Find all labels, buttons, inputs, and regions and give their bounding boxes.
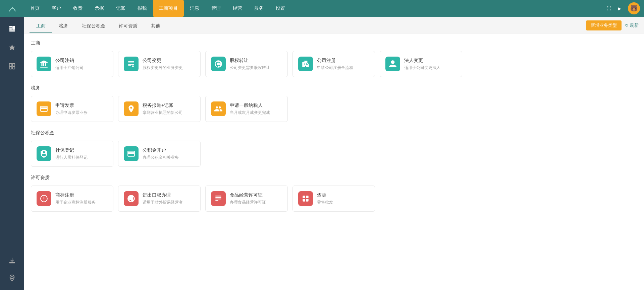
left-sidebar [0,17,24,290]
fullscreen-button[interactable]: ⛶ [607,6,612,11]
card-icon-酒类 [298,191,313,206]
card-desc-公司变更: 股权变更外的业务变更 [143,65,183,71]
card-申请一般纳税人[interactable]: 申请一般纳税人当月或次月成变更完成 [205,96,288,122]
card-icon-申请一般纳税人 [211,101,226,116]
svg-marker-5 [9,45,15,50]
card-text-食品经营许可证: 食品经营许可证办理食品经营许可证 [230,192,266,205]
nav-item-消息[interactable]: 消息 [184,0,205,17]
card-title-税务报道+记账: 税务报道+记账 [143,102,183,108]
card-title-法人变更: 法人变更 [404,58,440,64]
tab-工商[interactable]: 工商 [30,20,52,33]
card-公司注册[interactable]: 公司注册申请公司注册全流程 [292,51,375,77]
tab-社保公积金[interactable]: 社保公积金 [75,20,112,33]
tab-许可资质[interactable]: 许可资质 [112,20,144,33]
cards-grid-许可资质: 商标注册用于企业商标注册服务进出口权办理适用于对外贸易经营者食品经营许可证办理食… [31,186,637,212]
nav-item-报税[interactable]: 报税 [131,0,153,17]
card-icon-社保登记 [37,146,51,161]
project-type-icon [7,43,17,52]
cards-grid-社保公积金: 社保登记进行人员社保登记公积金开户办理公积金相关业务 [31,141,637,167]
vip-button[interactable]: ▶ [618,6,623,11]
tab-税务[interactable]: 税务 [52,20,75,33]
card-title-公司变更: 公司变更 [143,58,183,64]
card-text-公积金开户: 公积金开户办理公积金相关业务 [143,147,179,160]
card-desc-公积金开户: 办理公积金相关业务 [143,155,179,160]
sidebar-item-progress-monitor[interactable] [0,58,24,76]
card-酒类[interactable]: 酒类零售批发 [292,186,375,212]
svg-rect-16 [306,199,309,202]
card-desc-法人变更: 适用于公司变更法人 [404,65,440,71]
svg-rect-10 [9,262,15,264]
download-icon [7,256,17,265]
card-法人变更[interactable]: 法人变更适用于公司变更法人 [380,51,462,77]
card-税务报道+记账[interactable]: 税务报道+记账拿到营业执照的新公司 [118,96,201,122]
card-text-税务报道+记账: 税务报道+记账拿到营业执照的新公司 [143,102,183,116]
nav-item-经营[interactable]: 经营 [227,0,248,17]
card-text-申请一般纳税人: 申请一般纳税人当月或次月成变更完成 [230,102,270,116]
svg-rect-1 [9,26,12,28]
card-title-公司注销: 公司注销 [55,58,84,64]
cards-grid-工商: 公司注销适用于注销公司公司变更股权变更外的业务变更股权转让公司变更需要股权转让公… [31,51,637,77]
card-title-公积金开户: 公积金开户 [143,147,179,153]
top-navigation: 首页客户收费票据记账报税工商项目消息管理经营服务设置 ⛶ ▶ 🐻 [0,0,644,17]
card-title-申请发票: 申请发票 [55,102,88,108]
new-business-type-button[interactable]: 新增业务类型 [586,20,622,30]
cards-grid-税务: 申请发票办理申请发票业务税务报道+记账拿到营业执照的新公司申请一般纳税人当月或次… [31,96,637,122]
sidebar-location-button[interactable] [0,269,24,287]
nav-right: ⛶ ▶ 🐻 [607,2,640,14]
svg-rect-8 [9,67,12,69]
card-icon-进出口权办理 [124,191,139,206]
nav-item-票据[interactable]: 票据 [89,0,110,17]
card-社保登记[interactable]: 社保登记进行人员社保登记 [31,141,113,167]
fullscreen-icon: ⛶ [607,6,611,11]
project-management-icon [7,24,17,33]
card-desc-申请一般纳税人: 当月或次月成变更完成 [230,110,270,116]
card-title-商标注册: 商标注册 [55,192,96,198]
card-公司变更[interactable]: 公司变更股权变更外的业务变更 [118,51,201,77]
card-icon-商标注册 [37,191,51,206]
card-icon-法人变更 [385,57,400,71]
card-desc-社保登记: 进行人员社保登记 [55,155,88,160]
card-进出口权办理[interactable]: 进出口权办理适用于对外贸易经营者 [118,186,201,212]
card-title-公司注册: 公司注册 [317,58,353,64]
user-avatar[interactable]: 🐻 [628,2,640,14]
card-desc-申请发票: 办理申请发票业务 [55,110,88,116]
card-icon-公司变更 [124,57,139,71]
card-icon-公司注册 [298,57,313,71]
card-公积金开户[interactable]: 公积金开户办理公积金相关业务 [118,141,201,167]
section-title-税务: 税务 [31,85,637,91]
svg-rect-3 [12,26,15,30]
svg-rect-7 [12,64,15,66]
svg-point-0 [12,7,13,9]
card-公司注销[interactable]: 公司注销适用于注销公司 [31,51,113,77]
nav-item-工商项目[interactable]: 工商项目 [153,0,184,17]
sidebar-item-project-management[interactable] [0,20,24,39]
nav-item-设置[interactable]: 设置 [270,0,291,17]
svg-rect-13 [303,196,305,198]
card-icon-申请发票 [37,101,51,116]
location-icon [7,273,17,283]
card-商标注册[interactable]: 商标注册用于企业商标注册服务 [31,186,113,212]
nav-item-首页[interactable]: 首页 [24,0,46,17]
nav-item-客户[interactable]: 客户 [46,0,67,17]
card-title-申请一般纳税人: 申请一般纳税人 [230,102,270,108]
nav-item-服务[interactable]: 服务 [248,0,270,17]
tab-其他[interactable]: 其他 [144,20,167,33]
card-text-酒类: 酒类零售批发 [317,192,333,205]
content-area: 工商税务社保公积金许可资质其他 新增业务类型↻ 刷新 工商公司注销适用于注销公司… [24,17,644,290]
sidebar-download-button[interactable] [0,252,24,269]
card-申请发票[interactable]: 申请发票办理申请发票业务 [31,96,113,122]
nav-item-收费[interactable]: 收费 [67,0,89,17]
tab-bar-actions: 新增业务类型↻ 刷新 [586,20,639,33]
nav-item-管理[interactable]: 管理 [205,0,227,17]
nav-item-记账[interactable]: 记账 [110,0,131,17]
card-食品经营许可证[interactable]: 食品经营许可证办理食品经营许可证 [205,186,288,212]
vip-icon: ▶ [618,6,621,11]
svg-rect-15 [303,199,305,202]
svg-rect-9 [12,67,15,69]
sidebar-item-project-type[interactable] [0,39,24,58]
card-text-法人变更: 法人变更适用于公司变更法人 [404,58,440,71]
card-股权转让[interactable]: 股权转让公司变更需要股权转让 [205,51,288,77]
refresh-button[interactable]: ↻ 刷新 [625,22,639,28]
card-text-股权转让: 股权转让公司变更需要股权转让 [230,58,270,71]
svg-point-12 [217,63,220,66]
